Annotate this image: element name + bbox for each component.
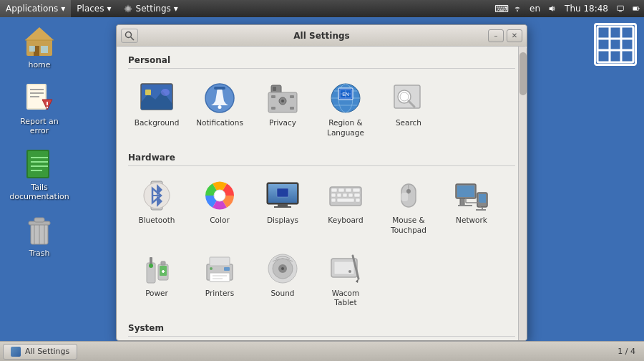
settings-item-notifications[interactable]: Notifications [191, 76, 248, 143]
settings-item-wacom[interactable]: Wacom Tablet [317, 246, 374, 313]
settings-item-sound[interactable]: Sound [254, 246, 311, 313]
bluetooth-icon [140, 178, 174, 213]
svg-line-40 [131, 37, 135, 40]
desktop-icon-home[interactable]: home [7, 21, 72, 72]
settings-label: Settings [136, 4, 171, 14]
places-label: Places [77, 4, 104, 14]
svg-rect-56 [290, 107, 294, 110]
displays-icon [265, 178, 300, 213]
desktop-icon-tails-docs[interactable]: Tails documentation [7, 144, 72, 204]
bottom-window-button[interactable]: All Settings [3, 344, 77, 360]
search-icon [125, 31, 135, 41]
minimize-button[interactable]: – [488, 29, 504, 42]
svg-rect-120 [210, 257, 230, 266]
personal-grid: Background Notifications [128, 76, 515, 143]
svg-rect-89 [337, 193, 341, 197]
svg-rect-55 [271, 107, 275, 110]
desktop-icons: home Report an error [7, 21, 72, 261]
settings-item-printers[interactable]: Printers [191, 246, 248, 313]
settings-item-keyboard[interactable]: Keyboard [317, 173, 374, 240]
svg-rect-85 [338, 188, 344, 192]
window-thumbnail-icon [11, 347, 21, 357]
svg-rect-115 [161, 261, 165, 265]
svg-rect-54 [290, 95, 294, 98]
bottom-bar: All Settings 1 / 4 [0, 341, 644, 361]
settings-item-region[interactable]: EN Region & Language [317, 76, 374, 143]
hardware-section-title: Hardware [128, 153, 515, 166]
settings-item-color[interactable]: Color [191, 173, 248, 240]
settings-menu[interactable]: Settings ▾ [117, 0, 184, 17]
svg-rect-87 [353, 188, 360, 192]
top-taskbar: Applications ▾ Places ▾ Settings ▾ ⌨ en [0, 0, 644, 17]
notifications-icon [203, 81, 237, 115]
background-icon [140, 81, 174, 115]
settings-arrow: ▾ [174, 4, 178, 14]
settings-item-background[interactable]: Background [128, 76, 185, 143]
background-label: Background [135, 118, 180, 128]
region-icon: EN [328, 81, 363, 115]
svg-rect-6 [639, 8, 640, 9]
svg-rect-91 [348, 193, 353, 197]
svg-rect-95 [356, 198, 360, 202]
printers-label: Printers [205, 289, 234, 299]
svg-marker-133 [356, 279, 358, 283]
places-menu[interactable]: Places ▾ [71, 0, 117, 17]
svg-rect-102 [460, 198, 464, 206]
keyboard-label: Keyboard [328, 216, 363, 226]
dialog-scrollbar[interactable] [518, 47, 527, 340]
settings-item-network[interactable]: Network [443, 173, 500, 240]
svg-point-46 [218, 105, 222, 109]
settings-item-displays[interactable]: Displays [254, 173, 311, 240]
svg-rect-105 [479, 194, 486, 203]
settings-item-power[interactable]: Power [128, 246, 185, 313]
svg-rect-82 [277, 188, 288, 197]
personal-section-title: Personal [128, 55, 515, 69]
close-button[interactable]: ✕ [507, 29, 522, 42]
svg-rect-131 [334, 261, 354, 274]
svg-rect-90 [343, 193, 347, 197]
display-tray-icon[interactable] [613, 1, 628, 16]
color-label: Color [210, 216, 229, 226]
applications-arrow: ▾ [61, 4, 65, 14]
search-button[interactable] [121, 29, 138, 43]
lang-label[interactable]: en [525, 0, 545, 17]
dialog-titlebar: All Settings – ✕ [117, 25, 527, 47]
svg-rect-43 [145, 90, 151, 95]
trash-icon [22, 213, 57, 247]
svg-rect-121 [210, 273, 230, 281]
svg-rect-101 [457, 186, 474, 197]
applications-label: Applications [6, 4, 58, 14]
svg-rect-12 [29, 46, 35, 52]
svg-rect-86 [346, 188, 351, 192]
places-arrow: ▾ [107, 4, 112, 14]
power-icon [140, 251, 174, 286]
wacom-label: Wacom Tablet [321, 289, 371, 308]
notifications-label: Notifications [196, 118, 243, 128]
svg-point-1 [517, 10, 518, 11]
home-label: home [28, 60, 50, 69]
applications-menu[interactable]: Applications ▾ [0, 0, 71, 17]
sound-icon [265, 251, 300, 286]
svg-point-129 [281, 267, 284, 270]
svg-rect-33 [34, 218, 44, 222]
desktop-icon-report-error[interactable]: Report an error [7, 78, 72, 138]
settings-item-bluetooth[interactable]: Bluetooth [128, 173, 185, 240]
settings-item-search[interactable]: Search [380, 76, 437, 143]
wacom-icon [328, 251, 363, 286]
sound-tray-icon[interactable] [545, 1, 560, 16]
keyboard-tray-icon[interactable]: ⌨ [494, 1, 509, 16]
battery-tray-icon[interactable] [628, 1, 644, 16]
settings-item-mouse[interactable]: Mouse & Touchpad [380, 173, 437, 240]
color-icon [203, 178, 237, 213]
svg-rect-93 [337, 198, 354, 202]
svg-rect-3 [618, 6, 624, 10]
time-label[interactable]: Thu 18:48 [560, 0, 613, 17]
desktop-icon-trash[interactable]: Trash [7, 210, 72, 261]
printers-icon [203, 251, 237, 286]
svg-rect-11 [41, 46, 48, 53]
svg-marker-9 [25, 27, 54, 40]
settings-item-privacy[interactable]: Privacy [254, 76, 311, 143]
svg-point-113 [149, 264, 153, 268]
svg-point-134 [348, 270, 351, 273]
network-tray-icon[interactable] [509, 1, 525, 16]
